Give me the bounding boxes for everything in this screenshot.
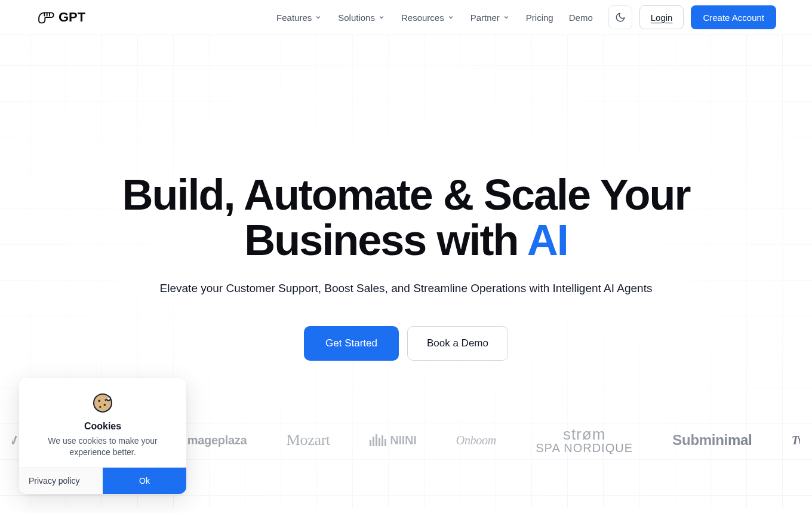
hero-cta-group: Get Started Book a Demo xyxy=(78,326,734,361)
svg-point-2 xyxy=(104,404,106,406)
header-actions: Login Create Account xyxy=(608,5,776,29)
nav-label: Partner xyxy=(470,13,500,23)
brand-name: GPT xyxy=(59,10,85,25)
chevron-down-icon xyxy=(447,13,455,21)
get-started-button[interactable]: Get Started xyxy=(304,326,399,361)
cookie-title: Cookies xyxy=(30,421,176,432)
svg-point-0 xyxy=(94,394,112,411)
customer-logo: Mozart xyxy=(287,431,330,449)
privacy-policy-link[interactable]: Privacy policy xyxy=(19,468,103,494)
nav-solutions[interactable]: Solutions xyxy=(338,13,386,23)
login-button[interactable]: Login xyxy=(639,5,684,29)
chevron-down-icon xyxy=(314,13,322,21)
customer-logo: strøm SPA NORDIQUE xyxy=(536,426,633,454)
nav-pricing[interactable]: Pricing xyxy=(526,13,553,23)
create-account-button[interactable]: Create Account xyxy=(691,5,776,29)
cookie-banner: Cookies We use cookies to make your expe… xyxy=(19,378,186,494)
chevron-down-icon xyxy=(502,13,510,21)
customer-logo: NIINI xyxy=(370,434,416,447)
header: GPT Features Solutions Resources Partner… xyxy=(0,0,812,35)
cookie-content: Cookies We use cookies to make your expe… xyxy=(19,378,186,467)
nav-label: Solutions xyxy=(338,13,375,23)
fist-icon xyxy=(36,9,56,26)
cookie-actions: Privacy policy Ok xyxy=(19,467,186,494)
svg-point-4 xyxy=(105,399,107,401)
chevron-down-icon xyxy=(377,13,386,21)
hero-title-accent: AI xyxy=(527,216,568,264)
brand-logo[interactable]: GPT xyxy=(36,9,85,26)
cookie-icon xyxy=(91,390,115,414)
theme-toggle-button[interactable] xyxy=(608,5,632,29)
nav-resources[interactable]: Resources xyxy=(401,13,455,23)
hero-subtitle: Elevate your Customer Support, Boost Sal… xyxy=(78,282,734,295)
cookie-text: We use cookies to make your experience b… xyxy=(30,435,176,459)
nav-label: Resources xyxy=(401,13,444,23)
customer-logo: Subminimal xyxy=(672,432,752,449)
svg-point-1 xyxy=(98,400,100,402)
nav-features[interactable]: Features xyxy=(276,13,322,23)
nav-demo[interactable]: Demo xyxy=(569,13,593,23)
hero-title: Build, Automate & Scale Your Business wi… xyxy=(78,173,734,263)
main-nav: Features Solutions Resources Partner Pri… xyxy=(276,5,776,29)
customer-logo: Onboom xyxy=(456,434,496,447)
customer-logo: OV xyxy=(12,434,17,447)
nav-label: Features xyxy=(276,13,312,23)
moon-icon xyxy=(615,12,626,23)
bars-icon xyxy=(370,434,386,446)
book-demo-button[interactable]: Book a Demo xyxy=(407,326,508,361)
nav-label: Demo xyxy=(569,13,593,23)
cookie-accept-button[interactable]: Ok xyxy=(103,468,186,494)
svg-point-3 xyxy=(99,406,101,407)
hero-content: Build, Automate & Scale Your Business wi… xyxy=(78,71,734,361)
nav-label: Pricing xyxy=(526,13,553,23)
nav-partner[interactable]: Partner xyxy=(470,13,510,23)
hero-title-text: Build, Automate & Scale Your Business wi… xyxy=(122,171,690,264)
customer-logo: Tw xyxy=(792,434,800,447)
